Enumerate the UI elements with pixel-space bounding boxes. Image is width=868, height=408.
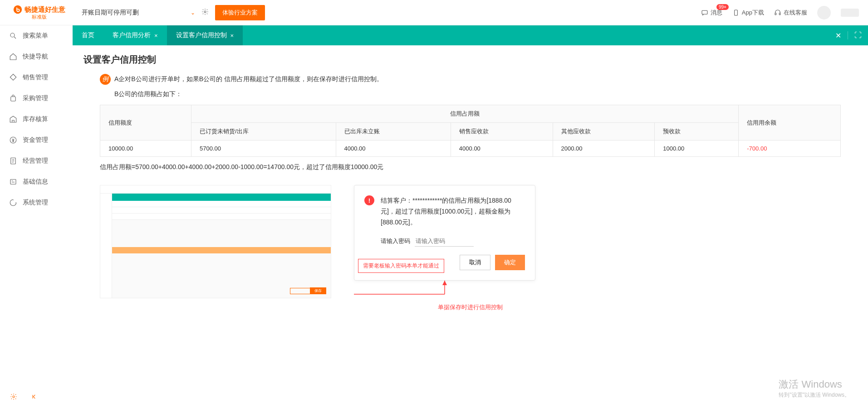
th-balance: 信用用余额 [739, 105, 841, 141]
brand-name: 畅捷通好生意 [25, 5, 65, 14]
card-icon [9, 178, 17, 186]
loop-icon [9, 199, 17, 207]
sidebar-item-system[interactable]: 系统管理 [0, 192, 73, 213]
screenshot-thumbnail: 保存 [100, 185, 331, 298]
ok-button[interactable]: 确定 [495, 255, 525, 270]
utility-bar: 消息 99+ App下载 在线客服 [701, 6, 868, 19]
warehouse-icon [9, 115, 17, 123]
example-badge-icon: 例 [100, 74, 111, 85]
example-subline: B公司的信用额占如下： [100, 90, 841, 98]
password-label: 请输入密码 [381, 237, 410, 245]
message-badge: 99+ [716, 4, 729, 10]
table-row: 10000.00 5700.00 4000.00 4000.00 2000.00… [100, 141, 841, 157]
close-icon[interactable]: × [230, 32, 234, 39]
tab-credit-control[interactable]: 设置客户信用控制× [167, 25, 243, 45]
th-c3: 销售应收款 [451, 123, 553, 141]
svg-point-11 [13, 396, 15, 398]
th-c5: 预收款 [655, 123, 739, 141]
th-c2: 已出库未立账 [336, 123, 451, 141]
collapse-icon[interactable] [31, 393, 38, 402]
top-bar: 畅捷通好生意 标准版 开账日期可停用可删 ⌄ 体验行业方案 消息 99+ App… [0, 0, 868, 25]
account-period-selector[interactable]: 开账日期可停用可删 ⌄ [82, 9, 195, 17]
messages-link[interactable]: 消息 99+ [701, 9, 722, 17]
user-name-placeholder [841, 9, 859, 17]
windows-activation-watermark: 激活 Windows 转到"设置"以激活 Windows。 [779, 378, 850, 399]
credit-warning-dialog: ! 结算客户：************的信用占用额为[1888.00元]，超过了… [354, 185, 535, 281]
svg-point-1 [204, 11, 206, 13]
close-icon[interactable]: × [154, 32, 158, 39]
brand-logo: 畅捷通好生意 标准版 [0, 5, 73, 20]
bag-icon [9, 94, 17, 102]
credit-table: 信用额度 信用占用额 信用用余额 已订货未销货/出库 已出库未立账 销售应收款 … [100, 105, 841, 157]
dialog-note: 需要老板输入密码本单才能通过 [358, 259, 444, 273]
experience-solution-button[interactable]: 体验行业方案 [215, 5, 265, 20]
thumb-save-button: 保存 [310, 287, 326, 294]
tab-home[interactable]: 首页 [73, 25, 103, 45]
diagram-row: 保存 ! 结算客户：************的信用占用额为[1888.00元]，… [100, 185, 841, 299]
brand-icon [13, 5, 23, 15]
sidebar-bottom [0, 387, 73, 408]
selector-text: 开账日期可停用可删 [82, 9, 139, 17]
sidebar-item-basic[interactable]: 基础信息 [0, 171, 73, 192]
avatar[interactable] [817, 6, 831, 19]
phone-icon [732, 9, 740, 16]
settings-icon[interactable] [10, 393, 17, 402]
svg-rect-2 [702, 10, 707, 14]
svg-rect-3 [735, 10, 738, 15]
tab-strip: 首页 客户信用分析× 设置客户信用控制× ✕ ⛶ [73, 25, 868, 45]
svg-marker-13 [442, 281, 447, 285]
message-icon [701, 9, 708, 16]
tag-icon [9, 73, 17, 82]
svg-point-6 [10, 33, 15, 37]
page-title: 设置客户信用控制 [73, 45, 868, 74]
arrow-caption: 单据保存时进行信用控制 [100, 303, 841, 311]
warning-icon: ! [364, 195, 374, 205]
home-icon [9, 53, 17, 61]
sidebar-item-business[interactable]: 经营管理 [0, 151, 73, 171]
doc-icon [9, 157, 17, 165]
svg-rect-10 [10, 180, 16, 185]
close-all-icon[interactable]: ✕ [829, 31, 848, 40]
content-scroll[interactable]: 设置客户信用控制 例 A企对B公司进行开单时，如果B公司的 信用占用额超过了信用… [73, 45, 868, 408]
tab-credit-analysis[interactable]: 客户信用分析× [103, 25, 167, 45]
app-download-link[interactable]: App下载 [732, 9, 764, 17]
sidebar-item-funds[interactable]: 资金管理 [0, 130, 73, 151]
sidebar-item-search[interactable]: 搜索菜单 [0, 25, 73, 46]
password-input[interactable] [415, 236, 474, 247]
chevron-down-icon: ⌄ [191, 10, 195, 16]
main-area: 首页 客户信用分析× 设置客户信用控制× ✕ ⛶ 设置客户信用控制 例 A企对B… [73, 25, 868, 408]
example-description: 例 A企对B公司进行开单时，如果B公司的 信用占用额超过了信用额度，则在保存时进… [100, 74, 841, 85]
th-c1: 已订货未销货/出库 [191, 123, 336, 141]
online-service-link[interactable]: 在线客服 [774, 9, 807, 17]
th-usage: 信用占用额 [191, 105, 738, 123]
sidebar: 搜索菜单 快捷导航 销售管理 采购管理 库存核算 资金管理 经营管理 基础信息 [0, 25, 73, 408]
th-c4: 其他应收款 [553, 123, 655, 141]
headset-icon [774, 9, 781, 16]
search-icon [9, 32, 17, 40]
edition-label: 标准版 [32, 14, 47, 20]
gear-icon[interactable] [201, 8, 209, 17]
cancel-button[interactable]: 取消 [460, 255, 490, 270]
arrow-icon [354, 281, 535, 299]
sidebar-item-inventory[interactable]: 库存核算 [0, 109, 73, 130]
svg-rect-7 [11, 97, 16, 101]
dialog-message: 结算客户：************的信用占用额为[1888.00元]，超过了信用… [381, 195, 525, 228]
yen-icon [9, 136, 17, 144]
th-credit-limit: 信用额度 [100, 105, 191, 141]
sidebar-item-sales[interactable]: 销售管理 [0, 67, 73, 88]
svg-rect-5 [779, 13, 780, 15]
svg-rect-4 [775, 13, 776, 15]
formula-text: 信用占用额=5700.00+4000.00+4000.00+2000.00-10… [100, 163, 841, 171]
fullscreen-icon[interactable]: ⛶ [848, 31, 868, 39]
sidebar-item-quicknav[interactable]: 快捷导航 [0, 46, 73, 67]
sidebar-item-purchase[interactable]: 采购管理 [0, 88, 73, 109]
